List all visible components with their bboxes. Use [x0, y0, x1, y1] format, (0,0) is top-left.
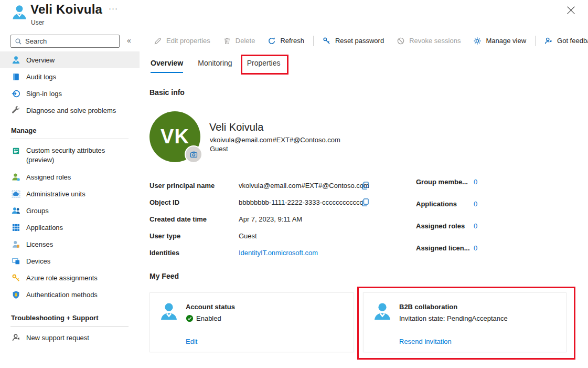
basic-info-fields: User principal name vkoivula@email.com#E…: [149, 177, 378, 261]
divider: [10, 326, 129, 327]
license-icon: [12, 240, 20, 249]
reset-password-button[interactable]: Reset password: [316, 33, 390, 49]
pencil-icon: [154, 37, 162, 45]
collapse-sidebar-button[interactable]: «: [127, 36, 131, 45]
sidebar-item-applications[interactable]: Applications: [0, 219, 140, 236]
devices-icon: [12, 257, 20, 266]
tab-properties[interactable]: Properties: [247, 59, 281, 73]
invitation-state-value: Invitation state: PendingAcceptance: [399, 314, 508, 322]
identities-link[interactable]: IdentityIT.onmicrosoft.com: [239, 249, 318, 257]
sidebar-item-sign-in-logs[interactable]: Sign-in logs: [0, 85, 140, 102]
groups-icon: [12, 206, 20, 215]
sidebar-item-audit-logs[interactable]: Audit logs: [0, 68, 140, 85]
admin-units-icon: [12, 190, 20, 198]
resend-invitation-link[interactable]: Resend invitation: [399, 338, 452, 345]
stat-row: Assigned roles 0: [416, 220, 477, 243]
toolbar-divider: [535, 36, 536, 46]
tab-bar: Overview Monitoring Properties: [151, 59, 280, 73]
sidebar-item-authentication-methods[interactable]: Authentication methods: [0, 286, 140, 303]
close-icon[interactable]: [566, 6, 575, 15]
shield-lock-icon: [12, 290, 20, 299]
b2b-collaboration-card: B2B collaboration Invitation state: Pend…: [363, 292, 566, 352]
sidebar-item-label: Custom security attributes (preview): [26, 146, 122, 164]
sign-in-icon: [12, 89, 20, 98]
sidebar-item-label: Groups: [26, 207, 49, 215]
sidebar-item-azure-role-assignments[interactable]: Azure role assignments: [0, 269, 140, 286]
page-subtitle: User: [31, 19, 44, 26]
refresh-icon: [268, 37, 276, 45]
field-row: User principal name vkoivula@email.com#E…: [149, 177, 378, 194]
sidebar-item-label: Assigned roles: [26, 173, 71, 181]
support-person-icon: [12, 333, 20, 342]
sidebar-item-label: Audit logs: [26, 73, 56, 81]
sidebar-item-label: Applications: [26, 224, 63, 232]
sidebar-item-licenses[interactable]: Licenses: [0, 236, 140, 253]
sidebar-item-label: Administrative units: [26, 190, 85, 198]
tab-overview[interactable]: Overview: [151, 59, 183, 73]
revoke-sessions-button[interactable]: Revoke sessions: [390, 33, 467, 49]
stat-row: Applications 0: [416, 198, 477, 220]
manage-view-button[interactable]: Manage view: [467, 33, 532, 49]
assigned-roles-icon: [12, 173, 20, 182]
page-title: Veli Koivula: [30, 2, 102, 17]
field-row: User type Guest: [149, 227, 378, 244]
sidebar-item-custom-security-attributes[interactable]: Custom security attributes (preview): [0, 142, 140, 169]
person-icon: [372, 302, 392, 322]
search-input[interactable]: [25, 37, 115, 45]
key-icon: [12, 274, 20, 282]
tab-monitoring[interactable]: Monitoring: [198, 59, 232, 73]
profile-email: vkoivula@email.com#EXT#@Contoso.com: [210, 136, 340, 144]
sidebar-item-label: Overview: [26, 56, 55, 64]
attributes-icon: [12, 146, 20, 155]
sidebar-item-administrative-units[interactable]: Administrative units: [0, 185, 140, 202]
basic-info-heading: Basic info: [149, 88, 185, 97]
summary-stats: Group membe... 0 Applications 0 Assigned…: [416, 176, 477, 265]
copy-icon[interactable]: [361, 198, 370, 207]
sidebar-item-label: New support request: [26, 334, 89, 342]
sidebar-item-label: Sign-in logs: [26, 90, 62, 98]
field-row: Created date time Apr 7, 2023, 9:11 AM: [149, 211, 378, 227]
edit-link[interactable]: Edit: [186, 338, 197, 345]
divider: [10, 139, 129, 139]
sidebar-item-new-support-request[interactable]: New support request: [0, 329, 140, 346]
trash-icon: [223, 37, 231, 45]
book-icon: [12, 72, 20, 81]
account-status-card: Account status Enabled Edit: [149, 292, 354, 352]
profile-user-type: Guest: [210, 145, 228, 153]
group-memberships-count-link[interactable]: 0: [474, 178, 477, 198]
gear-icon: [473, 37, 482, 45]
assigned-licenses-count-link[interactable]: 0: [474, 244, 477, 265]
sidebar-section-troubleshooting: Troubleshooting + Support: [0, 303, 140, 324]
key-icon: [323, 37, 331, 45]
assigned-roles-count-link[interactable]: 0: [474, 222, 477, 243]
sidebar-item-assigned-roles[interactable]: Assigned roles: [0, 169, 140, 185]
toolbar-divider: [313, 36, 314, 46]
user-profile-blade: Veli Koivula ··· User « Overview Audit l…: [0, 0, 588, 368]
field-row: Identities IdentityIT.onmicrosoft.com: [149, 244, 378, 261]
sidebar-item-label: Diagnose and solve problems: [26, 107, 116, 114]
got-feedback-button[interactable]: Got feedback?: [538, 33, 588, 49]
applications-count-link[interactable]: 0: [474, 200, 477, 220]
sidebar-item-devices[interactable]: Devices: [0, 253, 140, 269]
sidebar-item-overview[interactable]: Overview: [0, 51, 140, 68]
copy-icon[interactable]: [361, 181, 370, 190]
person-icon: [12, 56, 20, 65]
delete-button[interactable]: Delete: [217, 33, 262, 49]
block-icon: [397, 37, 405, 45]
sidebar-item-groups[interactable]: Groups: [0, 202, 140, 219]
command-bar: Edit properties Delete Refresh Reset pas…: [147, 33, 588, 49]
user-person-icon: [11, 4, 28, 21]
more-options-button[interactable]: ···: [109, 4, 118, 13]
sidebar-item-label: Azure role assignments: [26, 274, 98, 282]
account-status-value: Enabled: [186, 314, 221, 322]
edit-properties-button[interactable]: Edit properties: [147, 33, 217, 49]
sidebar-search: [10, 35, 120, 48]
sidebar-item-label: Authentication methods: [26, 291, 98, 299]
wrench-icon: [12, 106, 20, 115]
sidebar-item-label: Devices: [26, 257, 50, 265]
field-row: Object ID bbbbbbbb-1111-2222-3333-cccccc…: [149, 194, 378, 211]
camera-icon[interactable]: [186, 146, 201, 162]
sidebar-item-diagnose[interactable]: Diagnose and solve problems: [0, 102, 140, 119]
sidebar-section-manage: Manage: [0, 119, 140, 137]
refresh-button[interactable]: Refresh: [261, 33, 311, 49]
